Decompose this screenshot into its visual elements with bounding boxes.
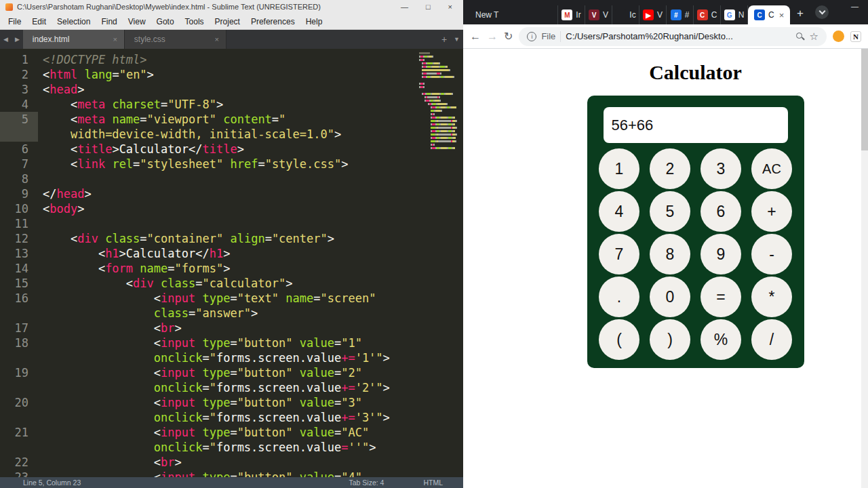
calc-button-divide[interactable]: /	[751, 319, 792, 360]
tab-size-indicator[interactable]: Tab Size: 4	[349, 479, 384, 487]
minimize-icon[interactable]: —	[401, 3, 408, 11]
browser-tab[interactable]: ▶V	[639, 5, 667, 24]
menu-help[interactable]: Help	[300, 17, 328, 26]
menu-goto[interactable]: Goto	[151, 17, 180, 26]
url-text[interactable]: C:/Users/Parshotam%20Rughani/Deskto...	[566, 31, 790, 41]
browser-tab[interactable]: VV	[585, 5, 612, 24]
zoom-icon[interactable]	[795, 32, 805, 41]
line-number	[0, 440, 38, 455]
browser-tab[interactable]: New T	[470, 5, 558, 24]
address-bar[interactable]: i File C:/Users/Parshotam%20Rughani/Desk…	[519, 27, 827, 46]
line-number: 1	[0, 52, 38, 67]
tab-close-icon[interactable]: ×	[113, 35, 117, 43]
code-line: <meta charset="UTF-8">	[38, 97, 223, 112]
calc-button-decimal[interactable]: .	[599, 277, 639, 317]
tab-title: V	[603, 10, 608, 20]
code-line: <head>	[38, 82, 84, 97]
menu-file[interactable]: File	[3, 17, 26, 26]
code-editor[interactable]: 1<!DOCTYPE html>2<html lang="en">3<head>…	[0, 49, 463, 477]
code-line: <input type="button" value="1"	[38, 336, 362, 350]
tab-label: style.css	[134, 35, 165, 44]
calc-button-multiply[interactable]: *	[751, 277, 792, 317]
tab-search-icon[interactable]	[815, 5, 829, 19]
line-number: 5	[0, 112, 38, 127]
calc-button-8[interactable]: 8	[650, 234, 690, 274]
syntax-indicator[interactable]: HTML	[423, 479, 443, 487]
menu-project[interactable]: Project	[210, 17, 245, 26]
menu-find[interactable]: Find	[96, 17, 122, 26]
editor-tab-style.css[interactable]: style.css×	[125, 30, 226, 49]
new-file-tab-icon[interactable]: +	[438, 34, 450, 45]
code-line: <input type="button" value="2"	[38, 365, 362, 380]
scrollbar-thumb[interactable]	[861, 49, 868, 150]
page-scrollbar[interactable]	[861, 49, 868, 488]
menu-bar: FileEditSelectionFindViewGotoToolsProjec…	[0, 14, 463, 30]
browser-tab[interactable]: ##	[667, 5, 694, 24]
tab-scroll-right-icon[interactable]: ▶	[12, 36, 23, 43]
code-line: <div class="calculator">	[38, 276, 293, 291]
notion-extension-icon[interactable]: N	[850, 31, 861, 42]
calc-button-4[interactable]: 4	[599, 191, 639, 232]
page-info-icon[interactable]: i	[527, 32, 536, 41]
menu-preferences[interactable]: Preferences	[245, 17, 300, 26]
code-line: <br>	[38, 321, 182, 336]
calc-button-clear[interactable]: AC	[751, 148, 792, 189]
code-row: class="answer">	[0, 306, 463, 321]
browser-tab[interactable]: GN	[721, 5, 748, 24]
tab-close-icon[interactable]: ×	[779, 10, 785, 20]
calc-button-1[interactable]: 1	[599, 148, 639, 189]
close-icon[interactable]: ×	[448, 3, 452, 11]
browser-new-tab-button[interactable]: +	[790, 7, 810, 20]
calc-button-2[interactable]: 2	[650, 148, 690, 189]
tab-title: N	[738, 10, 745, 20]
browser-minimize-icon[interactable]: —	[851, 2, 859, 10]
calc-button-3[interactable]: 3	[701, 148, 741, 189]
calc-button-0[interactable]: 0	[650, 277, 690, 317]
calc-button-close-paren[interactable]: )	[650, 319, 690, 360]
calc-button-9[interactable]: 9	[701, 234, 741, 274]
line-number	[0, 306, 38, 321]
code-row: onclick="forms.screen.value+='1'">	[0, 350, 463, 365]
calc-button-percent[interactable]: %	[701, 319, 741, 360]
calc-button-5[interactable]: 5	[650, 191, 690, 232]
calc-button-6[interactable]: 6	[701, 191, 741, 232]
maximize-icon[interactable]: □	[426, 3, 431, 11]
sublime-app-icon	[5, 3, 13, 11]
browser-tab[interactable]: CC×	[748, 5, 790, 24]
window-controls: — □ ×	[401, 3, 458, 11]
line-number: 8	[0, 171, 38, 186]
browser-tab[interactable]: CC	[694, 5, 721, 24]
code-row: onclick="forms.screen.value=''">	[0, 440, 463, 455]
menu-tools[interactable]: Tools	[180, 17, 210, 26]
bookmark-star-icon[interactable]: ☆	[810, 30, 818, 43]
calc-button-plus[interactable]: +	[751, 191, 792, 232]
chrome-window: New TMIrVVIc▶V##CCGNCC× + — ← → ↻ i File…	[463, 0, 868, 488]
tab-close-icon[interactable]: ×	[214, 35, 218, 43]
emoji-extension-icon[interactable]	[833, 30, 844, 42]
tab-scroll-left-icon[interactable]: ◀	[0, 36, 12, 43]
tab-overflow-icon[interactable]: ▼	[450, 36, 463, 43]
cursor-position: Line 5, Column 23	[23, 479, 349, 487]
menu-selection[interactable]: Selection	[52, 17, 96, 26]
reload-icon[interactable]: ↻	[504, 30, 513, 43]
calculator-screen[interactable]	[604, 107, 788, 143]
menu-edit[interactable]: Edit	[26, 17, 52, 26]
calc-button-open-paren[interactable]: (	[599, 319, 639, 360]
calc-button-7[interactable]: 7	[599, 234, 639, 274]
line-number: 19	[0, 365, 38, 380]
code-line: <body>	[38, 201, 84, 216]
calc-button-equals[interactable]: =	[701, 277, 741, 317]
code-line: <br>	[38, 455, 182, 470]
url-scheme-label: File	[541, 31, 555, 41]
line-number: 20	[0, 395, 38, 410]
minimap[interactable]	[419, 52, 461, 150]
forward-icon[interactable]: →	[487, 30, 498, 43]
menu-view[interactable]: View	[123, 17, 151, 26]
line-number	[0, 380, 38, 395]
calc-button-minus[interactable]: -	[751, 234, 792, 274]
editor-tab-index.html[interactable]: index.html×	[23, 30, 125, 49]
back-icon[interactable]: ←	[470, 30, 481, 43]
tab-favicon: C	[697, 9, 708, 20]
browser-tab[interactable]: MIr	[558, 5, 585, 24]
browser-tab[interactable]: Ic	[612, 5, 639, 24]
